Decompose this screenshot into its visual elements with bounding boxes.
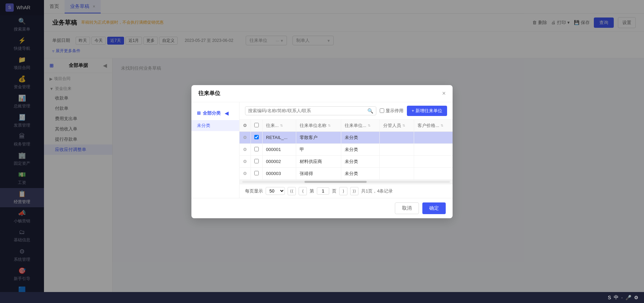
- search-box[interactable]: 🔍: [245, 106, 376, 115]
- page-number-input[interactable]: [317, 187, 329, 195]
- row-price-level: [414, 167, 453, 179]
- add-partner-button[interactable]: + 新增往来单位: [407, 106, 447, 116]
- page-first-button[interactable]: ⟨⟨: [288, 187, 296, 195]
- horizontal-scrollbar[interactable]: [240, 180, 453, 184]
- taskbar-chinese: 中: [614, 294, 619, 301]
- scroll-thumb[interactable]: [304, 181, 367, 183]
- modal-overlay: 往来单位 × ⊞ 全部分类 ◀ 未分类: [0, 0, 644, 303]
- row-manager: [380, 167, 414, 179]
- row-category: 未分类: [341, 155, 380, 167]
- per-page-select[interactable]: 50 20 100: [266, 187, 285, 195]
- page-total: 共1页，4条记录: [361, 188, 393, 194]
- sort-icon: ⇅: [441, 124, 443, 127]
- row-code: 000002: [263, 155, 296, 167]
- row-checkbox[interactable]: [251, 131, 263, 143]
- th-name: 往来单位名称 ⇅: [296, 120, 341, 132]
- dialog-toolbar: 🔍 显示停用 + 新增往来单位: [240, 102, 453, 120]
- show-disabled-check[interactable]: [380, 108, 384, 113]
- th-price-level: 客户价格... ⇅: [414, 120, 453, 132]
- page-unit: 页: [332, 188, 336, 194]
- dialog-table: ⚙ 往来... ⇅: [240, 120, 453, 180]
- collapse-button[interactable]: ◀: [223, 108, 231, 118]
- row-price-level: [414, 131, 453, 143]
- row-checkbox[interactable]: [251, 167, 263, 179]
- dialog-pagination: 每页显示 50 20 100 ⟨⟨ ⟨ 第 页 ⟩ ⟩⟩ 共1页，4条记录: [240, 184, 453, 198]
- taskbar-logo: S: [608, 295, 611, 300]
- dialog-title: 往来单位: [198, 90, 220, 97]
- row-checkbox[interactable]: [251, 155, 263, 167]
- sort-icon: ⇅: [368, 124, 370, 127]
- per-page-label: 每页显示: [245, 188, 263, 194]
- table-row[interactable]: ⚙ RETAIL_... 零散客户 未分类: [240, 131, 453, 143]
- table-header-row: ⚙ 往来... ⇅: [240, 120, 453, 132]
- row-manager: [380, 131, 414, 143]
- row-settings[interactable]: ⚙: [240, 131, 251, 143]
- row-category: 未分类: [341, 143, 380, 155]
- th-settings: ⚙: [240, 120, 251, 132]
- dialog-cat-item-unclassified[interactable]: 未分类: [191, 120, 239, 131]
- table-row[interactable]: ⚙ 000002 材料供应商 未分类: [240, 155, 453, 167]
- dialog-right-panel: 🔍 显示停用 + 新增往来单位 ⚙: [240, 102, 453, 198]
- row-code: 000001: [263, 143, 296, 155]
- row-settings[interactable]: ⚙: [240, 155, 251, 167]
- row-name: 甲: [296, 143, 341, 155]
- row-price-level: [414, 155, 453, 167]
- taskbar-mic: 🎤: [625, 295, 631, 300]
- row-name: 零散客户: [296, 131, 341, 143]
- dialog-footer: 取消 确定: [191, 198, 453, 218]
- dialog-cat-header: ⊞ 全部分类 ◀: [191, 106, 239, 120]
- page-prev-button[interactable]: ⟨: [299, 187, 307, 195]
- search-icon: 🔍: [367, 108, 373, 114]
- row-code: RETAIL_...: [263, 131, 296, 143]
- table-row[interactable]: ⚙ 000003 张靖得 未分类: [240, 167, 453, 179]
- scroll-track: [242, 181, 450, 183]
- sort-icon: ⇅: [328, 124, 331, 127]
- page-label: 第: [310, 188, 314, 194]
- row-manager: [380, 143, 414, 155]
- search-input[interactable]: [248, 108, 366, 113]
- page-next-button[interactable]: ⟩: [339, 187, 347, 195]
- select-all-checkbox[interactable]: [254, 123, 259, 127]
- page-last-button[interactable]: ⟩⟩: [350, 187, 358, 195]
- th-checkbox: [251, 120, 263, 132]
- confirm-button[interactable]: 确定: [422, 202, 446, 214]
- dialog-close-button[interactable]: ×: [442, 90, 446, 96]
- row-settings[interactable]: ⚙: [240, 143, 251, 155]
- taskbar-dot: ·: [621, 295, 623, 300]
- row-name: 张靖得: [296, 167, 341, 179]
- bottom-taskbar: S 中 · 🎤 ⚙: [0, 292, 644, 303]
- show-disabled-checkbox[interactable]: 显示停用: [380, 108, 403, 114]
- dialog-category-panel: ⊞ 全部分类 ◀ 未分类: [191, 102, 240, 198]
- dialog-partner: 往来单位 × ⊞ 全部分类 ◀ 未分类: [191, 85, 453, 218]
- sort-icon: ⇅: [280, 124, 283, 127]
- row-name: 材料供应商: [296, 155, 341, 167]
- row-price-level: [414, 143, 453, 155]
- row-manager: [380, 155, 414, 167]
- row-checkbox[interactable]: [251, 143, 263, 155]
- taskbar-settings[interactable]: ⚙: [634, 295, 639, 300]
- sort-icon: ⇅: [402, 124, 405, 127]
- dialog-header: 往来单位 ×: [191, 85, 453, 102]
- th-code: 往来... ⇅: [263, 120, 296, 132]
- th-manager: 分管人员 ⇅: [380, 120, 414, 132]
- row-settings[interactable]: ⚙: [240, 167, 251, 179]
- row-category: 未分类: [341, 167, 380, 179]
- row-category: 未分类: [341, 131, 380, 143]
- cancel-button[interactable]: 取消: [395, 202, 419, 214]
- table-row[interactable]: ⚙ 000001 甲 未分类: [240, 143, 453, 155]
- row-code: 000003: [263, 167, 296, 179]
- grid-icon: ⊞: [197, 110, 201, 116]
- dialog-body: ⊞ 全部分类 ◀ 未分类 🔍 显示停用: [191, 102, 453, 198]
- settings-icon[interactable]: ⚙: [243, 123, 247, 128]
- th-category: 往来单位... ⇅: [341, 120, 380, 132]
